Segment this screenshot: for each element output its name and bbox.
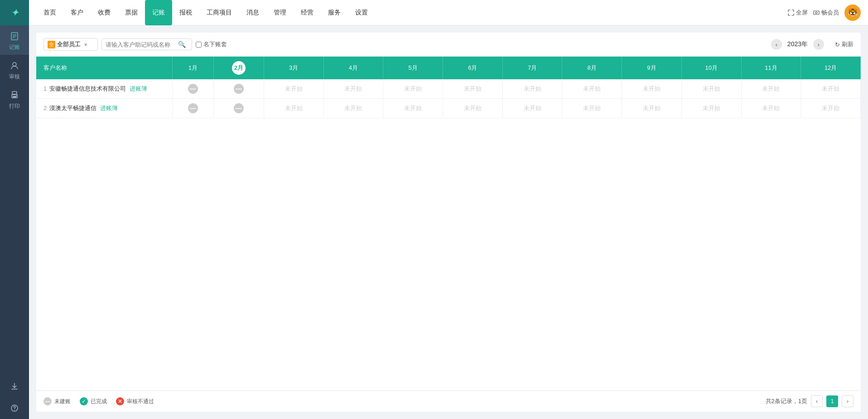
next-year-button[interactable]: › — [813, 39, 824, 50]
nav-tax[interactable]: 报税 — [172, 0, 199, 25]
col-m6: 6月 — [443, 57, 502, 79]
search-wrap: 🔍 — [101, 39, 192, 50]
table-footer: — 未建账 ✓ 已完成 ✕ 审核不通过 共2条记录，1 — [36, 390, 861, 412]
download-icon — [9, 381, 20, 392]
row-1-month-4: 未开始 — [323, 79, 383, 99]
total-records: 共2条记录，1页 — [766, 397, 807, 405]
print-icon — [9, 90, 20, 101]
account-set-checkbox[interactable]: 名下账套 — [196, 40, 227, 48]
nav-billing[interactable]: 收费 — [91, 0, 118, 25]
audit-icon — [9, 60, 20, 71]
refresh-icon: ↻ — [835, 41, 840, 48]
ledger-icon — [9, 31, 20, 42]
not-started-label: 未开始 — [344, 85, 362, 92]
sidebar: ✦ 记账 审核 打印 — [0, 0, 29, 419]
content-area: 全 全部员工 ▾ 🔍 名下账套 ‹ 2023年 › — [29, 25, 868, 419]
row-2-month-1[interactable]: — — [172, 99, 214, 118]
row-2-month-9: 未开始 — [622, 99, 682, 118]
legend-not-built-label: 未建账 — [54, 398, 71, 405]
nav-business[interactable]: 工商项目 — [199, 0, 239, 25]
employee-tag: 全 — [48, 41, 55, 48]
nav-invoice[interactable]: 票据 — [118, 0, 145, 25]
account-set-check[interactable] — [196, 42, 202, 48]
legend-rejected: ✕ 审核不通过 — [116, 397, 154, 405]
sidebar-item-download[interactable] — [0, 376, 29, 397]
fullscreen-button[interactable]: 全屏 — [788, 9, 808, 17]
dash-status-icon[interactable]: — — [234, 103, 244, 113]
user-avatar[interactable]: 🐯 — [844, 5, 861, 21]
nav-items: 首页 客户 收费 票据 记账 报税 工商项目 消息 管理 经营 服务 设置 — [36, 0, 788, 25]
col-m8: 8月 — [562, 57, 622, 79]
enter-ledger-link[interactable]: 进账簿 — [130, 85, 147, 92]
row-2-month-10: 未开始 — [681, 99, 741, 118]
row-2-month-2[interactable]: — — [214, 99, 264, 118]
not-started-label: 未开始 — [524, 85, 541, 92]
nav-management[interactable]: 管理 — [266, 0, 294, 25]
vip-label: 畅会员 — [821, 9, 839, 17]
fullscreen-label: 全屏 — [796, 9, 808, 17]
page-1-button[interactable]: 1 — [826, 395, 838, 407]
row-1-month-11: 未开始 — [741, 79, 801, 99]
row-2-month-8: 未开始 — [562, 99, 622, 118]
row-2-month-4: 未开始 — [323, 99, 383, 118]
sidebar-bottom — [0, 376, 29, 419]
row-1-month-1[interactable]: — — [172, 79, 214, 99]
table-header-row: 客户名称 1月 2月 3月 4月 5月 6月 7月 8月 9月 — [36, 57, 861, 79]
sidebar-item-support[interactable] — [0, 397, 29, 419]
row-1-month-2[interactable]: — — [214, 79, 264, 99]
vip-button[interactable]: 畅会员 — [813, 9, 839, 17]
nav-customer[interactable]: 客户 — [63, 0, 91, 25]
next-page-button[interactable]: › — [842, 395, 854, 407]
legend-teal-icon: ✓ — [82, 398, 86, 405]
not-started-label: 未开始 — [524, 105, 541, 111]
prev-year-button[interactable]: ‹ — [771, 39, 782, 50]
col-m10: 10月 — [681, 57, 741, 79]
dropdown-arrow-icon: ▾ — [84, 41, 87, 48]
nav-service[interactable]: 服务 — [321, 0, 348, 25]
ledger-table: 客户名称 1月 2月 3月 4月 5月 6月 7月 8月 9月 — [36, 57, 861, 118]
svg-rect-7 — [13, 96, 16, 97]
legend-red-icon: ✕ — [118, 398, 122, 405]
nav-message[interactable]: 消息 — [239, 0, 266, 25]
col-m3: 3月 — [264, 57, 323, 79]
sidebar-item-ledger[interactable]: 记账 — [0, 25, 29, 55]
nav-right: 全屏 畅会员 🐯 — [788, 5, 861, 21]
row-company-name: 漠澳太平畅捷通信 — [49, 105, 96, 111]
nav-operation[interactable]: 经营 — [294, 0, 321, 25]
not-started-label: 未开始 — [344, 105, 362, 111]
dash-status-icon[interactable]: — — [188, 84, 198, 94]
search-input[interactable] — [106, 41, 178, 48]
page-card: 全 全部员工 ▾ 🔍 名下账套 ‹ 2023年 › — [36, 33, 861, 412]
row-2-month-3: 未开始 — [264, 99, 323, 118]
nav-settings[interactable]: 设置 — [348, 0, 375, 25]
main-area: 首页 客户 收费 票据 记账 报税 工商项目 消息 管理 经营 服务 设置 全屏… — [29, 0, 868, 419]
enter-ledger-link[interactable]: 进账簿 — [100, 105, 118, 111]
not-started-label: 未开始 — [404, 85, 422, 92]
row-1-month-9: 未开始 — [622, 79, 682, 99]
year-display: 2023年 — [787, 40, 808, 48]
legend-red-dot: ✕ — [116, 397, 124, 405]
svg-point-8 — [16, 96, 17, 96]
col-m2-current: 2月 — [214, 57, 264, 79]
row-name-cell: 1安徽畅捷通信息技术有限公司进账簿 — [36, 79, 172, 99]
dash-status-icon[interactable]: — — [234, 84, 244, 94]
employee-select[interactable]: 全 全部员工 ▾ — [43, 38, 98, 51]
sidebar-item-print[interactable]: 打印 — [0, 84, 29, 114]
not-started-label: 未开始 — [285, 85, 303, 92]
dash-status-icon[interactable]: — — [188, 103, 198, 113]
nav-ledger[interactable]: 记账 — [145, 0, 172, 25]
table-row: 1安徽畅捷通信息技术有限公司进账簿——未开始未开始未开始未开始未开始未开始未开始… — [36, 79, 861, 99]
sidebar-item-audit[interactable]: 审核 — [0, 55, 29, 84]
not-started-label: 未开始 — [643, 105, 661, 111]
refresh-button[interactable]: ↻ 刷新 — [835, 40, 854, 48]
row-1-month-7: 未开始 — [502, 79, 562, 99]
not-started-label: 未开始 — [583, 85, 601, 92]
sidebar-item-audit-label: 审核 — [9, 73, 20, 81]
not-started-label: 未开始 — [464, 85, 482, 92]
not-started-label: 未开始 — [762, 85, 780, 92]
prev-page-button[interactable]: ‹ — [811, 395, 823, 407]
not-started-label: 未开始 — [404, 105, 422, 111]
legend-completed-label: 已完成 — [91, 398, 107, 405]
nav-home[interactable]: 首页 — [36, 0, 63, 25]
search-icon[interactable]: 🔍 — [178, 41, 186, 48]
